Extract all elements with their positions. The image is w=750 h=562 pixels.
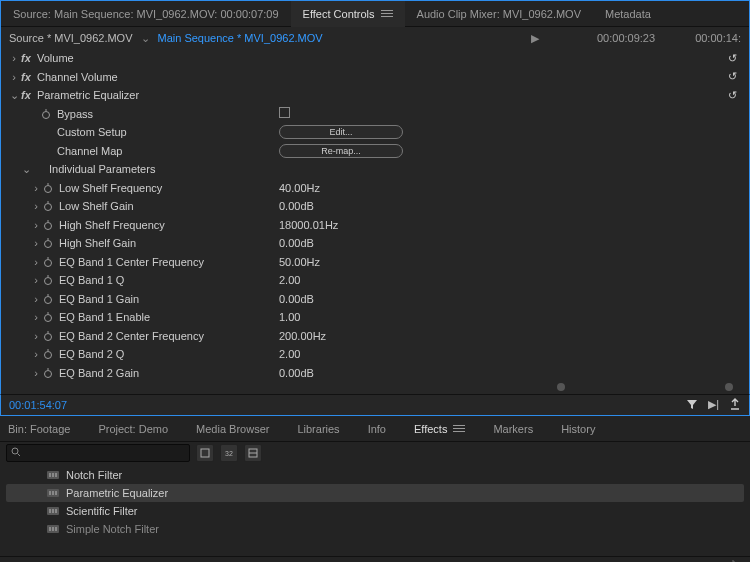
tab-libraries[interactable]: Libraries [297,423,339,435]
preset-item[interactable]: Notch Filter [6,466,744,484]
twirl-icon[interactable]: › [31,367,41,379]
twirl-icon[interactable]: › [31,274,41,286]
twirl-icon[interactable]: › [9,52,19,64]
twirl-icon[interactable]: › [9,71,19,83]
twirl-icon[interactable]: › [31,256,41,268]
reset-icon[interactable]: ↺ [728,52,737,65]
twirl-icon[interactable]: › [31,311,41,323]
param-value[interactable]: 1.00 [279,311,300,323]
filter-32bit-icon[interactable]: 32 [220,444,238,462]
param-value[interactable]: 0.00dB [279,367,314,379]
twirl-open-icon[interactable]: ⌄ [21,163,31,176]
effect-channel-volume[interactable]: › fx Channel Volume ↺ [1,68,749,87]
playhead-icon[interactable]: ▶ [531,32,539,45]
stopwatch-icon[interactable] [41,349,55,359]
svg-rect-43 [49,527,51,531]
tab-metadata[interactable]: Metadata [593,1,663,27]
tab-media-browser[interactable]: Media Browser [196,423,269,435]
fx-badge-icon: fx [19,71,33,83]
stopwatch-icon[interactable] [41,183,55,193]
stopwatch-icon[interactable] [41,294,55,304]
reset-icon[interactable]: ↺ [728,89,737,102]
scroll-handle-right[interactable] [725,383,733,391]
param-row[interactable]: ›EQ Band 2 Gain0.00dB [1,364,749,383]
twirl-icon[interactable]: › [31,293,41,305]
param-value[interactable]: 0.00dB [279,237,314,249]
param-row[interactable]: ›High Shelf Frequency18000.01Hz [1,216,749,235]
param-bypass[interactable]: Bypass [1,105,749,124]
scroll-handle-left[interactable] [557,383,565,391]
tab-bin[interactable]: Bin: Footage [8,423,70,435]
svg-point-8 [45,241,52,248]
tab-info[interactable]: Info [368,423,386,435]
param-value[interactable]: 2.00 [279,348,300,360]
param-value[interactable]: 18000.01Hz [279,219,338,231]
tab-effect-controls[interactable]: Effect Controls [291,1,405,27]
stopwatch-icon[interactable] [41,368,55,378]
svg-point-16 [45,315,52,322]
effect-volume[interactable]: › fx Volume ↺ [1,49,749,68]
tab-effects[interactable]: Effects [414,423,465,435]
twirl-open-icon[interactable]: ⌄ [9,89,19,102]
stopwatch-icon[interactable] [41,238,55,248]
preset-item[interactable]: Simple Notch Filter [6,520,744,538]
param-value[interactable]: 2.00 [279,274,300,286]
param-value[interactable]: 200.00Hz [279,330,326,342]
twirl-icon[interactable]: › [31,330,41,342]
play-only-icon[interactable]: ▶| [708,398,719,412]
stopwatch-icon[interactable] [41,220,55,230]
param-value[interactable]: 50.00Hz [279,256,320,268]
stopwatch-icon[interactable] [41,275,55,285]
twirl-icon[interactable]: › [31,219,41,231]
source-clip-label[interactable]: Source * MVI_0962.MOV [9,32,133,44]
sequence-label[interactable]: Main Sequence * MVI_0962.MOV [158,32,323,44]
effect-parametric-eq[interactable]: ⌄ fx Parametric Equalizer ↺ [1,86,749,105]
preset-icon [46,470,60,480]
filter-icon[interactable] [686,398,698,412]
param-row[interactable]: ›Low Shelf Frequency40.00Hz [1,179,749,198]
edit-button[interactable]: Edit... [279,125,403,139]
tab-audio-mixer[interactable]: Audio Clip Mixer: MVI_0962.MOV [405,1,593,27]
filter-yuv-icon[interactable] [244,444,262,462]
param-value[interactable]: 0.00dB [279,293,314,305]
param-row[interactable]: ›EQ Band 1 Enable1.00 [1,308,749,327]
param-label: Custom Setup [57,126,127,138]
tab-markers[interactable]: Markers [493,423,533,435]
tab-history[interactable]: History [561,423,595,435]
panel-menu-icon[interactable] [381,10,393,17]
twirl-icon[interactable]: › [31,200,41,212]
twirl-icon[interactable]: › [31,348,41,360]
twirl-icon[interactable]: › [31,182,41,194]
param-row[interactable]: ›High Shelf Gain0.00dB [1,234,749,253]
param-row[interactable]: ›Low Shelf Gain0.00dB [1,197,749,216]
stopwatch-icon[interactable] [41,331,55,341]
preset-item[interactable]: Parametric Equalizer [6,484,744,502]
tab-source[interactable]: Source: Main Sequence: MVI_0962.MOV: 00:… [1,1,291,27]
param-label: Individual Parameters [49,163,155,175]
tab-project[interactable]: Project: Demo [98,423,168,435]
param-row[interactable]: ›EQ Band 1 Gain0.00dB [1,290,749,309]
panel-menu-icon[interactable] [453,425,465,432]
param-group-individual[interactable]: ⌄ Individual Parameters [1,160,749,179]
reset-icon[interactable]: ↺ [728,70,737,83]
search-input[interactable] [6,444,190,462]
filter-accelerated-icon[interactable] [196,444,214,462]
chevron-down-icon[interactable]: ⌄ [141,32,150,45]
current-timecode[interactable]: 00:01:54:07 [9,399,67,411]
stopwatch-icon[interactable] [41,312,55,322]
stopwatch-icon[interactable] [41,257,55,267]
export-icon[interactable] [729,398,741,412]
param-row[interactable]: ›EQ Band 1 Q2.00 [1,271,749,290]
stopwatch-icon[interactable] [39,109,53,119]
param-row[interactable]: ›EQ Band 2 Center Frequency200.00Hz [1,327,749,346]
param-value[interactable]: 0.00dB [279,200,314,212]
preset-item[interactable]: Scientific Filter [6,502,744,520]
stopwatch-icon[interactable] [41,201,55,211]
bypass-checkbox[interactable] [279,107,290,118]
param-row[interactable]: ›EQ Band 1 Center Frequency50.00Hz [1,253,749,272]
timeline-zoom-scrollbar[interactable] [557,384,733,390]
param-row[interactable]: ›EQ Band 2 Q2.00 [1,345,749,364]
param-value[interactable]: 40.00Hz [279,182,320,194]
remap-button[interactable]: Re-map... [279,144,403,158]
twirl-icon[interactable]: › [31,237,41,249]
